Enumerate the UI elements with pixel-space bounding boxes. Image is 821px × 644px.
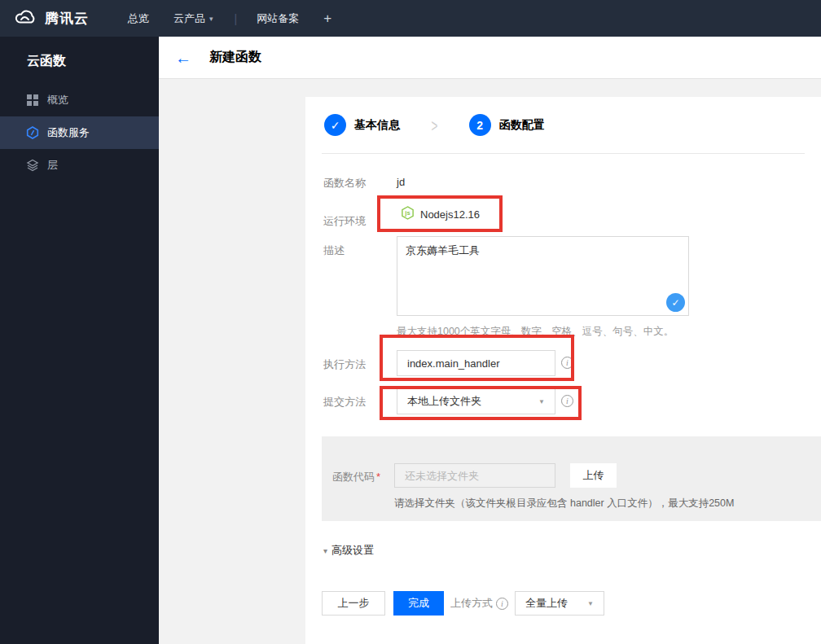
- upload-mode-label: 上传方式: [450, 596, 493, 611]
- tencent-cloud-logo-icon: [13, 8, 37, 28]
- caret-down-icon: ▼: [538, 398, 545, 405]
- divider: [322, 153, 805, 154]
- info-icon[interactable]: i: [561, 357, 573, 369]
- valid-check-icon: ✓: [666, 293, 685, 312]
- upload-button[interactable]: 上传: [570, 463, 617, 488]
- nav-item-overview[interactable]: 总览: [128, 11, 149, 26]
- chevron-down-icon: ▾: [209, 15, 213, 23]
- caret-down-icon: ▼: [587, 600, 594, 607]
- create-function-panel: ✓ 基本信息 > 2 函数配置 函数名称 jd 运行环境 js Nodejs12…: [305, 97, 821, 644]
- advanced-settings-label: 高级设置: [331, 543, 374, 558]
- runtime-value: Nodejs12.16: [420, 208, 480, 221]
- description-label: 描述: [323, 243, 392, 258]
- folder-hint: 请选择文件夹（该文件夹根目录应包含 handler 入口文件），最大支持250M: [394, 497, 734, 510]
- function-code-label: 函数代码*: [332, 470, 380, 484]
- info-icon[interactable]: i: [496, 598, 508, 610]
- submit-method-value: 本地上传文件夹: [397, 394, 481, 409]
- advanced-settings-toggle[interactable]: ▾ 高级设置: [323, 543, 374, 558]
- finish-button[interactable]: 完成: [393, 591, 444, 616]
- function-hexagon-icon: [26, 126, 39, 139]
- step1-label: 基本信息: [354, 118, 400, 133]
- handler-input[interactable]: [397, 350, 555, 376]
- function-code-section: 函数代码* 上传 请选择文件夹（该文件夹根目录应包含 handler 入口文件）…: [322, 436, 821, 521]
- sidebar-item-layers[interactable]: 层: [0, 149, 159, 182]
- description-hint: 最大支持1000个英文字母、数字、空格、逗号、句号、中文。: [397, 325, 674, 339]
- description-textarea[interactable]: 京东薅羊毛工具: [397, 236, 689, 316]
- step1-check-icon: ✓: [324, 114, 346, 136]
- grid-icon: [26, 94, 39, 107]
- submit-method-select[interactable]: 本地上传文件夹 ▼: [397, 388, 555, 414]
- layers-icon: [26, 159, 39, 172]
- brand[interactable]: 腾讯云: [13, 8, 89, 28]
- page-title: 新建函数: [209, 49, 261, 66]
- sidebar-menu: 概览 函数服务 层: [0, 84, 159, 182]
- nav-item-beian[interactable]: 网站备案: [257, 11, 299, 26]
- top-navbar: 腾讯云 总览 云产品 ▾ | 网站备案 +: [0, 0, 821, 37]
- back-arrow-icon[interactable]: ←: [175, 50, 191, 66]
- sidebar-item-label: 层: [47, 158, 58, 173]
- required-asterisk: *: [376, 471, 380, 483]
- function-name-value: jd: [397, 176, 405, 188]
- sidebar-item-overview[interactable]: 概览: [0, 84, 159, 116]
- function-code-label-text: 函数代码: [332, 471, 375, 483]
- brand-name: 腾讯云: [45, 9, 89, 28]
- function-name-label: 函数名称: [323, 176, 392, 191]
- nav-divider: |: [235, 12, 238, 25]
- runtime-value-group: js Nodejs12.16: [401, 206, 480, 223]
- step2-label: 函数配置: [499, 118, 545, 133]
- handler-label: 执行方法: [323, 357, 392, 372]
- nav-item-products[interactable]: 云产品 ▾: [173, 11, 213, 26]
- upload-mode-select[interactable]: 全量上传 ▼: [515, 591, 604, 616]
- sidebar-item-label: 概览: [47, 93, 68, 107]
- app-root: 腾讯云 总览 云产品 ▾ | 网站备案 + 云函数 概览: [0, 0, 821, 644]
- step2-number: 2: [469, 114, 491, 136]
- triangle-down-icon: ▾: [323, 546, 327, 555]
- runtime-label: 运行环境: [323, 214, 392, 229]
- sidebar-title: 云函数: [27, 53, 66, 70]
- nodejs-icon: js: [401, 206, 415, 223]
- sidebar-item-label: 函数服务: [47, 125, 90, 140]
- folder-path-input[interactable]: [394, 463, 555, 488]
- sidebar-item-function-service[interactable]: 函数服务: [0, 116, 159, 149]
- page-header: ← 新建函数: [159, 37, 821, 79]
- step-chevron-icon: >: [431, 115, 437, 136]
- footer-actions: 上一步 完成 上传方式 i 全量上传 ▼: [322, 591, 604, 616]
- nav-add-icon[interactable]: +: [323, 11, 331, 27]
- upload-mode-value: 全量上传: [516, 596, 568, 611]
- submit-method-label: 提交方法: [323, 395, 392, 410]
- nav-products-label: 云产品: [173, 11, 205, 26]
- sidebar: 云函数 概览: [0, 37, 159, 644]
- info-icon[interactable]: i: [561, 395, 573, 407]
- svg-text:js: js: [404, 209, 410, 217]
- step-indicator: ✓ 基本信息 > 2 函数配置: [324, 114, 545, 136]
- previous-step-button[interactable]: 上一步: [322, 591, 385, 616]
